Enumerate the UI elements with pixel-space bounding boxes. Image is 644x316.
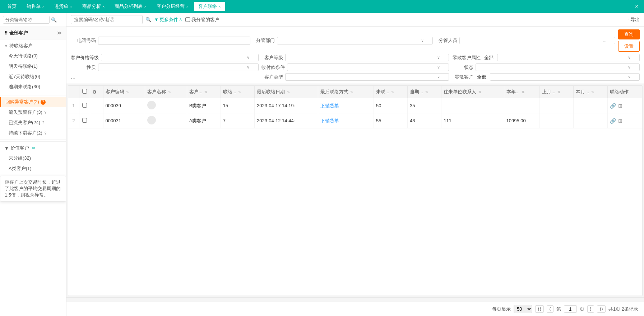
th-category[interactable]: 客户... ⇅ bbox=[187, 86, 221, 98]
nav-tab-product-analysis[interactable]: 商品分析 × bbox=[78, 2, 109, 11]
close-icon[interactable]: × bbox=[102, 4, 105, 9]
sidebar-item-a-class[interactable]: A类客户(1) bbox=[0, 164, 66, 174]
filter-row-1: 电话号码 分管部门 ∨ 分管人员 ... bbox=[71, 29, 640, 52]
th-company-contact[interactable]: 往来单位联系人 ⇅ bbox=[441, 86, 504, 98]
th-name[interactable]: 客户名称 ⇅ bbox=[145, 86, 187, 98]
th-current-year[interactable]: 本年... ⇅ bbox=[504, 86, 540, 98]
sidebar-item-unclassified[interactable]: 未分组(32) bbox=[0, 153, 66, 164]
last-page-button[interactable]: ⟩⟩ bbox=[597, 305, 606, 313]
first-page-button[interactable]: ⟨⟨ bbox=[535, 305, 544, 313]
row-2-not-contacted: 55 bbox=[374, 113, 407, 128]
close-icon[interactable]: × bbox=[218, 4, 221, 9]
sort-icon5: ⇅ bbox=[287, 90, 290, 94]
sidebar-item-7days[interactable]: 近7天待联络(0) bbox=[0, 72, 66, 82]
th-overdue[interactable]: 逾期... ⇅ bbox=[408, 86, 441, 98]
retail-customer-select[interactable]: ∨ bbox=[490, 73, 640, 81]
retail-attr-select[interactable]: ∨ bbox=[497, 54, 640, 61]
next-page-button[interactable]: ⟩ bbox=[587, 305, 594, 313]
settings-button[interactable]: 设置 bbox=[618, 41, 640, 52]
sidebar-item-repurchase[interactable]: 回购异常客户(2) ? bbox=[0, 97, 66, 107]
nav-tab-home[interactable]: 首页 bbox=[3, 2, 21, 11]
page-input[interactable] bbox=[564, 305, 577, 313]
customer-type-select[interactable]: ∨ bbox=[285, 73, 449, 81]
search-icon[interactable]: 🔍 bbox=[51, 17, 57, 23]
nav-tab-customer-contact[interactable]: 客户联络 × bbox=[194, 2, 225, 11]
pending-contact-header[interactable]: ▼ 待联络客户 bbox=[0, 41, 66, 51]
grid-action-icon[interactable]: ⊞ bbox=[618, 103, 622, 109]
select-all-checkbox[interactable] bbox=[82, 89, 87, 94]
nav-tab-sales[interactable]: 销售单 × bbox=[22, 2, 48, 11]
last-contact-method-link[interactable]: 下销货单 bbox=[320, 103, 339, 108]
collapse-icon[interactable]: ≫ bbox=[57, 30, 62, 36]
price-level-select[interactable]: ∨ bbox=[101, 54, 259, 61]
customer-level-label: 客户等级 bbox=[261, 55, 283, 61]
th-last-contact-method[interactable]: 最后联络方式 ⇅ bbox=[318, 86, 374, 98]
extended-filter: 电话号码 分管部门 ∨ 分管人员 ... bbox=[66, 27, 644, 84]
th-contact[interactable]: 联络... ⇅ bbox=[221, 86, 254, 98]
declining-info[interactable]: ? bbox=[44, 131, 46, 135]
th-last-contact-date[interactable]: 最后联络日期 ⇅ bbox=[254, 86, 318, 98]
page-label: 第 bbox=[556, 306, 561, 312]
sidebar-item-declining[interactable]: 持续下滑客户(2) ? bbox=[0, 128, 66, 138]
row-1-checkbox[interactable] bbox=[82, 103, 87, 108]
sidebar-item-today[interactable]: 今天待联络(0) bbox=[0, 51, 66, 61]
sidebar-item-lost[interactable]: 已流失客户(24) ? bbox=[0, 118, 66, 128]
window-close-button[interactable]: × bbox=[632, 3, 641, 10]
info-icon[interactable]: ? bbox=[41, 100, 46, 105]
horizontal-scrollbar[interactable] bbox=[66, 297, 644, 302]
dept-select[interactable]: ∨ bbox=[277, 37, 433, 44]
all-customers-header[interactable]: ⠿ 全部客户 ≫ bbox=[0, 27, 66, 39]
query-button[interactable]: 查询 bbox=[618, 29, 640, 39]
dots-button[interactable]: ... bbox=[71, 74, 75, 80]
phone-input[interactable] bbox=[98, 37, 250, 45]
search-button[interactable]: 🔍 bbox=[145, 17, 151, 22]
nav-tab-product-list[interactable]: 商品分析列表 × bbox=[110, 2, 150, 11]
sidebar-item-tomorrow[interactable]: 明天待联络(1) bbox=[0, 61, 66, 72]
prev-page-button[interactable]: ⟨ bbox=[547, 305, 553, 313]
export-button[interactable]: ↑ 导出 bbox=[627, 16, 640, 23]
link-icon2[interactable]: 🔗 bbox=[610, 118, 616, 124]
grid-action-icon2[interactable]: ⊞ bbox=[618, 118, 622, 124]
search-input[interactable] bbox=[71, 15, 143, 24]
link-icon[interactable]: 🔗 bbox=[610, 103, 616, 109]
gender-label: 性质 bbox=[71, 64, 96, 71]
row-2-overdue: 48 bbox=[408, 113, 441, 128]
th-not-contacted[interactable]: 未联... ⇅ bbox=[374, 86, 407, 98]
close-icon[interactable]: × bbox=[70, 4, 72, 9]
close-icon[interactable]: × bbox=[144, 4, 146, 9]
payment-select[interactable]: ∨ bbox=[287, 63, 449, 71]
edit-icon[interactable]: ✏ bbox=[32, 146, 36, 151]
my-customer-checkbox[interactable] bbox=[185, 17, 190, 22]
th-last-month[interactable]: 上月... ⇅ bbox=[540, 86, 574, 98]
close-icon[interactable]: × bbox=[42, 4, 44, 9]
nav-tab-customer-tier[interactable]: 客户分层经营 × bbox=[152, 2, 193, 11]
lost-info[interactable]: ? bbox=[42, 121, 44, 125]
value-customer-header[interactable]: ▼ 价值客户 ✏ bbox=[0, 143, 66, 153]
total-label: 共1页 2条记录 bbox=[608, 306, 638, 312]
page-size-select[interactable]: 50 100 200 bbox=[514, 305, 532, 313]
declining-label: 持续下滑客户(2) bbox=[9, 130, 42, 136]
grid-icon: ⠿ bbox=[4, 30, 8, 36]
nav-tab-purchase[interactable]: 进货单 × bbox=[50, 2, 76, 11]
filter-actions: 查询 设置 bbox=[618, 29, 640, 52]
row-2-name bbox=[145, 113, 187, 128]
th-this-month[interactable]: 本月... ⇅ bbox=[574, 86, 607, 98]
my-customer-checkbox-area: 我分管的客户 bbox=[185, 16, 219, 23]
table-row: 2 000031 A类客户 7 2023-04-12 14:44: bbox=[68, 113, 642, 128]
lost-warning-info[interactable]: ? bbox=[44, 110, 46, 114]
th-code[interactable]: 客户编码 ⇅ bbox=[103, 86, 145, 98]
row-2-checkbox[interactable] bbox=[82, 118, 87, 123]
last-contact-method-link2[interactable]: 下销货单 bbox=[320, 118, 339, 123]
more-conditions-btn[interactable]: ▼ 更多条件 ∧ bbox=[154, 16, 182, 23]
sidebar-item-tomorrow-label: 明天待联络(1) bbox=[9, 63, 38, 69]
manager-select[interactable]: ... bbox=[459, 37, 615, 44]
sidebar-item-overdue[interactable]: 逾期未联络(30) bbox=[0, 82, 66, 92]
gender-select[interactable]: ∨ bbox=[98, 63, 259, 71]
data-table: ⚙ 客户编码 ⇅ 客户名称 ⇅ 客户... ⇅ bbox=[68, 86, 642, 128]
sidebar-item-lost-warning[interactable]: 流失预警客户(3) ? bbox=[0, 107, 66, 118]
sidebar-search-input[interactable] bbox=[3, 16, 50, 24]
customer-level-select[interactable]: ∨ bbox=[285, 54, 449, 61]
th-settings[interactable]: ⚙ bbox=[90, 86, 103, 98]
status-select[interactable]: ∨ bbox=[476, 63, 640, 71]
close-icon[interactable]: × bbox=[186, 4, 188, 9]
